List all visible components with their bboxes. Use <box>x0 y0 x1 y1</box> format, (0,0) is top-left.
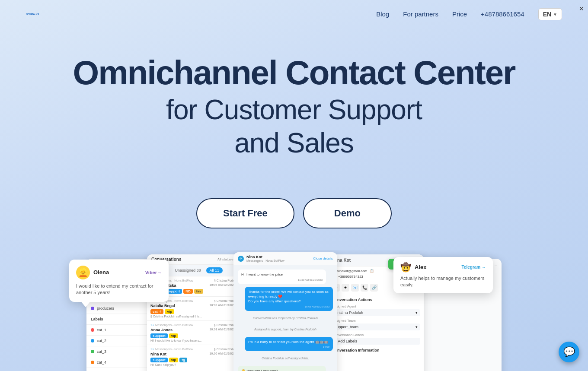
conv-item-3[interactable]: 📨 Messengers - Nova BotFlow § Cristina P… <box>147 321 242 345</box>
cta-buttons: Start Free Demo <box>0 198 588 228</box>
nav-blog[interactable]: Blog <box>376 10 389 18</box>
chat-messages: Hi, I want to know the price11:30 AM 01/… <box>233 265 337 371</box>
telegram-icon: ✈ <box>238 256 244 262</box>
chat-panel: ✈ Nina Kot Messengers - Nova BotFlow Clo… <box>233 252 337 371</box>
close-details-btn[interactable]: Close details <box>313 257 333 260</box>
conv-item-4[interactable]: 📨 Messengers - Nova BotFlow § Cristina P… <box>147 345 242 369</box>
viber-popup: 👱 Olena Viber→ I would like to extend my… <box>69 260 169 302</box>
dashboard-preview: ● All Conversations Teams support_team c… <box>56 250 532 371</box>
chat-widget-icon: 💬 <box>563 346 575 358</box>
alex-popup: 🤠 Alex Telegram → Actually helps to mana… <box>393 257 493 294</box>
close-button[interactable]: × <box>579 4 584 13</box>
hero-section: Omnichannel Contact Center for Customer … <box>0 29 588 177</box>
nav-partners[interactable]: For partners <box>403 10 438 18</box>
chevron-down-icon: ▼ <box>553 12 557 17</box>
hero-subheadline: for Customer Support and Sales <box>9 93 579 160</box>
nav-price[interactable]: Price <box>452 10 467 18</box>
avatar: 👱 <box>76 266 90 279</box>
language-selector[interactable]: EN ▼ <box>538 8 562 20</box>
start-free-button[interactable]: Start Free <box>196 198 294 228</box>
logo[interactable]: NOVA TALKS NOVATALKS <box>26 8 39 21</box>
navbar: NOVA TALKS NOVATALKS Blog For partners P… <box>0 0 588 29</box>
svg-text:NOVA: NOVA <box>26 13 32 16</box>
svg-text:TALKS: TALKS <box>32 13 39 16</box>
demo-button[interactable]: Demo <box>303 198 392 228</box>
chat-widget-button[interactable]: 💬 <box>559 342 579 362</box>
nav-phone[interactable]: +48788661654 <box>481 10 524 18</box>
hero-headline: Omnichannel Contact Center <box>9 54 579 92</box>
